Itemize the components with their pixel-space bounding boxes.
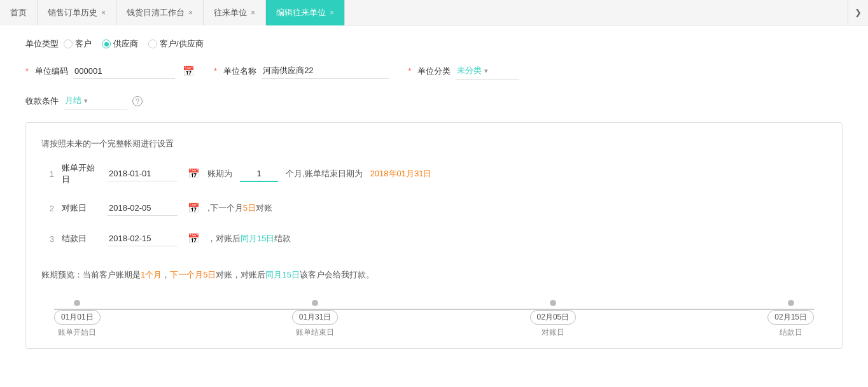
timeline-date-2: 01月31日 xyxy=(299,313,332,321)
unit-category-star: * xyxy=(408,66,411,76)
tab-sales-history[interactable]: 销售订单历史 × xyxy=(38,0,116,25)
unit-type-group: 单位类型 客户 供应商 客户/供应商 xyxy=(25,38,204,50)
row-label-1: 账单开始日 xyxy=(62,162,100,185)
reconcile-date-input[interactable] xyxy=(108,201,178,216)
reconcile-desc: ,下一个月5日对账 xyxy=(207,202,272,214)
radio-customer-supplier-label: 客户/供应商 xyxy=(160,38,204,50)
row-num-2: 2 xyxy=(41,204,54,213)
setting-row-1: 1 账单开始日 📅 账期为 个月,账单结束日期为 2018年01月31日 xyxy=(41,162,827,185)
preview-middle: 对账，对账后 xyxy=(216,270,265,279)
reconcile-suffix-before: ,下一个月 xyxy=(207,203,243,213)
preview-comma1: ， xyxy=(162,270,170,279)
tab-partner-close[interactable]: × xyxy=(251,8,255,17)
payment-terms-label: 收款条件 xyxy=(25,95,59,107)
timeline-dot-1 xyxy=(74,300,80,306)
tab-bar: 首页 销售订单历史 × 钱货日清工作台 × 往来单位 × 编辑往来单位 × ❯ xyxy=(0,0,868,25)
payment-terms-row: 收款条件 月结 ▾ ? xyxy=(25,92,843,109)
period-label: 账期为 xyxy=(207,168,232,179)
unit-code-calendar-icon[interactable]: 📅 xyxy=(183,66,195,77)
payment-suffix-highlight: 同月15日 xyxy=(241,234,274,243)
main-content: 单位类型 客户 供应商 客户/供应商 * 单位编码 xyxy=(0,25,868,387)
timeline-label-box-3: 02月05日 xyxy=(530,310,577,325)
timeline-date-4: 02月15日 xyxy=(774,313,807,321)
payment-suffix-before: ，对账后 xyxy=(207,234,241,243)
unit-code-input[interactable] xyxy=(73,64,175,79)
payment-date-input[interactable] xyxy=(108,231,178,246)
unit-category-label: 单位分类 xyxy=(417,66,451,77)
start-date-input[interactable] xyxy=(108,166,178,181)
tab-sales-history-label: 销售订单历史 xyxy=(48,7,97,18)
timeline: 01月01日 账单开始日 01月31日 账单结束日 02月05日 xyxy=(41,300,827,338)
radio-customer-supplier[interactable]: 客户/供应商 xyxy=(148,38,204,50)
unit-name-input[interactable] xyxy=(262,64,389,79)
unit-name-group: * 单位名称 xyxy=(214,64,389,79)
tab-home-label: 首页 xyxy=(10,7,27,18)
row-num-3: 3 xyxy=(41,234,54,244)
tab-edit-partner-close[interactable]: × xyxy=(330,8,334,17)
period-unit: 个月,账单结束日期为 xyxy=(286,168,363,179)
tab-sales-history-close[interactable]: × xyxy=(101,8,106,17)
timeline-node-4: 02月15日 结款日 xyxy=(767,300,814,338)
payment-terms-help-icon[interactable]: ? xyxy=(132,96,143,106)
unit-name-star: * xyxy=(214,66,217,76)
radio-group: 客户 供应商 客户/供应商 xyxy=(64,38,204,50)
timeline-sublabel-3: 对账日 xyxy=(542,327,564,338)
radio-supplier-label: 供应商 xyxy=(113,38,138,50)
row-label-3: 结款日 xyxy=(62,233,100,244)
timeline-node-2: 01月31日 账单结束日 xyxy=(292,300,339,338)
payment-suffix-after: 结款 xyxy=(274,234,291,243)
payment-terms-group: 收款条件 月结 ▾ ? xyxy=(25,92,143,109)
radio-customer-supplier-circle xyxy=(148,39,157,48)
radio-customer-label: 客户 xyxy=(75,38,92,50)
tab-cash-work[interactable]: 钱货日清工作台 × xyxy=(116,0,204,25)
payment-date-calendar-icon[interactable]: 📅 xyxy=(188,233,200,244)
payment-terms-value: 月结 xyxy=(65,95,81,106)
timeline-sublabel-4: 结款日 xyxy=(780,327,802,338)
reconcile-date-calendar-icon[interactable]: 📅 xyxy=(188,202,200,214)
unit-type-label: 单位类型 xyxy=(25,38,59,50)
reconcile-suffix-after: 对账 xyxy=(256,203,272,213)
unit-name-label: 单位名称 xyxy=(223,66,256,77)
preview-part3: 同月15日 xyxy=(265,270,299,279)
preview-text: 账期预览：当前客户账期是1个月，下一个月5日对账，对账后同月15日该客户会给我打… xyxy=(41,262,827,281)
radio-supplier[interactable]: 供应商 xyxy=(102,38,138,50)
timeline-dot-4 xyxy=(788,300,794,306)
tab-cash-work-close[interactable]: × xyxy=(188,8,193,17)
period-value-input[interactable] xyxy=(240,166,278,182)
section-hint: 请按照未来的一个完整帐期进行设置 xyxy=(41,138,827,150)
radio-supplier-circle xyxy=(102,39,111,48)
radio-customer[interactable]: 客户 xyxy=(64,38,92,50)
payment-desc: ，对账后同月15日结款 xyxy=(207,233,291,244)
unit-type-row: 单位类型 客户 供应商 客户/供应商 xyxy=(25,38,843,50)
preview-suffix: 该客户会给我打款。 xyxy=(300,270,374,279)
timeline-date-3: 02月05日 xyxy=(537,313,570,321)
radio-customer-circle xyxy=(64,39,73,48)
preview-prefix: 账期预览：当前客户账期是 xyxy=(41,270,141,279)
tab-partner[interactable]: 往来单位 × xyxy=(204,0,266,25)
tab-edit-partner[interactable]: 编辑往来单位 × xyxy=(266,0,345,25)
unit-category-dropdown[interactable]: 未分类 ▾ xyxy=(456,62,519,80)
setting-row-2: 2 对账日 📅 ,下一个月5日对账 xyxy=(41,201,827,216)
timeline-node-1: 01月01日 账单开始日 xyxy=(54,300,101,338)
unit-category-arrow-icon: ▾ xyxy=(484,67,488,75)
timeline-label-box-4: 02月15日 xyxy=(767,310,814,325)
unit-code-group: * 单位编码 📅 xyxy=(25,64,195,79)
period-end-date: 2018年01月31日 xyxy=(370,168,432,179)
unit-code-label: 单位编码 xyxy=(35,66,68,77)
timeline-dot-2 xyxy=(312,300,318,306)
payment-terms-dropdown[interactable]: 月结 ▾ xyxy=(64,92,127,109)
preview-part1: 1个月 xyxy=(141,270,162,279)
row-num-1: 1 xyxy=(41,169,54,179)
tab-nav-right[interactable]: ❯ xyxy=(848,0,868,25)
unit-code-star: * xyxy=(25,66,29,76)
preview-part2: 下一个月5日 xyxy=(170,270,216,279)
settings-section: 请按照未来的一个完整帐期进行设置 1 账单开始日 📅 账期为 个月,账单结束日期… xyxy=(25,122,843,349)
timeline-label-box-2: 01月31日 xyxy=(292,310,339,325)
timeline-date-1: 01月01日 xyxy=(61,313,94,321)
timeline-sublabel-1: 账单开始日 xyxy=(58,327,96,338)
reconcile-suffix-highlight: 5日 xyxy=(243,203,256,213)
start-date-calendar-icon[interactable]: 📅 xyxy=(188,168,200,179)
timeline-node-3: 02月05日 对账日 xyxy=(530,300,577,338)
tab-home[interactable]: 首页 xyxy=(0,0,38,25)
tab-partner-label: 往来单位 xyxy=(214,7,247,18)
